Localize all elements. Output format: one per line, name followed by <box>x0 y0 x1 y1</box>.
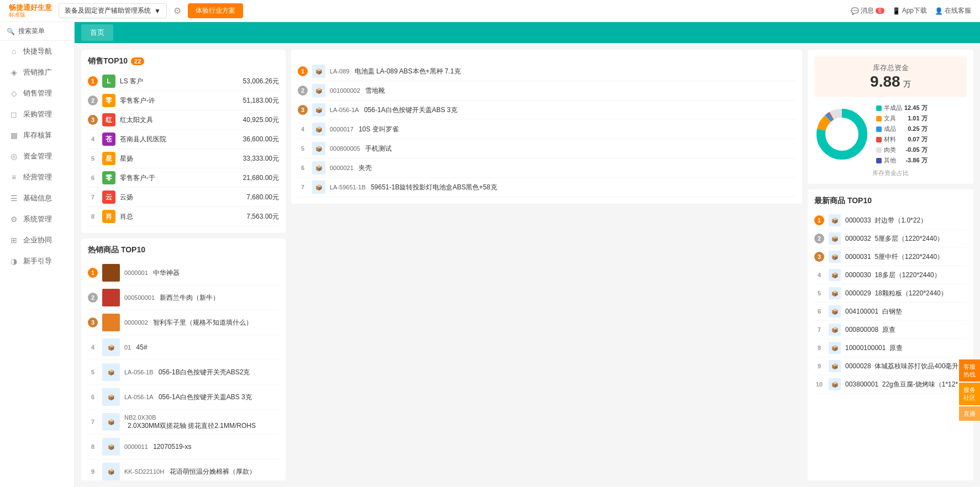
sidebar-item-guide[interactable]: ◑ 新手引导 <box>0 251 74 272</box>
customer-rank-item: 2 零 零售客户-许 51,183.00元 <box>88 91 279 110</box>
customer-name: 红太阳文具 <box>120 115 239 125</box>
new-prod-thumb: 📦 <box>829 378 841 390</box>
legend-value: 0.07 万 <box>908 135 927 144</box>
prod-rank-num: 1 <box>298 66 308 76</box>
new-prod-info: 10000100001 原查 <box>845 343 967 353</box>
product-rank-card: 1 📦 LA-089 电池盖 LA-089 ABS本色+黑种 7.1克 2 📦 … <box>291 50 802 204</box>
sidebar-item-purchase[interactable]: ◻ 采购管理 <box>0 104 74 125</box>
prod-thumb-icon: 📦 <box>315 88 322 94</box>
customer-rank-item: 6 零 零售客户-于 21,680.00元 <box>88 168 279 188</box>
hot-prod-item: 5 📦 LA-056-1B 056-1B白色按键开关壳ABS2克 <box>88 360 279 385</box>
customer-rank-item: 8 肖 肖总 7,563.00元 <box>88 207 279 226</box>
new-prod-info: 004100001 白钢垫 <box>845 307 967 316</box>
page-content: 销售TOP10 22 1 L LS 客户 53,006.26元 2 零 零售客户… <box>75 43 980 487</box>
legend-color <box>876 105 882 111</box>
hot-prod-code: 000500001 <box>124 294 155 301</box>
service-icon: 👤 <box>935 7 943 15</box>
enterprise-icon: ⊞ <box>9 235 19 245</box>
content-area: 首页 销售TOP10 22 1 L LS 客户 53,006.26元 2 零 零… <box>75 22 980 487</box>
hot-prod-placeholder: 📦 <box>102 413 120 431</box>
sidebar-item-inventory[interactable]: ▦ 库存核算 <box>0 125 74 146</box>
new-prod-rank: 4 <box>814 270 824 280</box>
new-prod-item: 3 📦 0000031 5厘中纤（1220*2440） <box>814 248 967 266</box>
logo-version: 标准版 <box>9 12 52 18</box>
sidebar-item-operation[interactable]: ≡ 经营管理 <box>0 167 74 188</box>
finance-icon: ◎ <box>9 151 19 161</box>
tab-home[interactable]: 首页 <box>81 24 113 41</box>
inventory-value: 9.88 <box>870 73 900 90</box>
sidebar-label-marketing: 营销推广 <box>23 67 52 77</box>
prod-name: 10S 变叫罗雀 <box>359 125 399 133</box>
new-prod-item: 8 📦 10000100001 原查 <box>814 339 967 357</box>
sidebar-item-marketing[interactable]: ◈ 营销推广 <box>0 62 74 83</box>
app-download[interactable]: 📱 App下载 <box>892 6 927 15</box>
rank-number: 6 <box>88 173 98 183</box>
new-prod-rank: 1 <box>814 215 824 225</box>
prod-code: 0000017 <box>330 126 354 133</box>
customer-name: 肖总 <box>120 212 242 221</box>
basic-icon: ☰ <box>9 193 19 203</box>
hot-prod-placeholder: 📦 <box>102 338 120 356</box>
legend-value: 1.01 万 <box>908 114 927 123</box>
sidebar-item-sales[interactable]: ◇ 销售管理 <box>0 83 74 104</box>
prod-name: 雪地靴 <box>365 87 385 94</box>
prod-rank-num: 7 <box>298 182 308 192</box>
sidebar-label-finance: 资金管理 <box>23 151 52 161</box>
sidebar: 🔍 搜索菜单 ⌂ 快捷导航 ◈ 营销推广 ◇ 销售管理 ◻ 采购管理 ▦ 库存核… <box>0 22 75 487</box>
product-rank-item: 3 📦 LA-056-1A 056-1A白色按键开关盖ABS 3克 <box>298 100 795 120</box>
new-prod-thumb: 📦 <box>829 342 841 354</box>
customer-avatar: 星 <box>102 152 115 165</box>
product-rank-list: 1 📦 LA-089 电池盖 LA-089 ABS本色+黑种 7.1克 2 📦 … <box>298 62 795 197</box>
new-prod-thumb: 📦 <box>829 269 841 281</box>
sidebar-item-quick-nav[interactable]: ⌂ 快捷导航 <box>0 41 74 62</box>
search-menu[interactable]: 🔍 搜索菜单 <box>0 22 74 41</box>
hot-prod-info: LA-056-1B 056-1B白色按键开关壳ABS2克 <box>124 368 279 377</box>
online-service[interactable]: 👤 在线客服 <box>935 6 971 15</box>
sidebar-item-basic[interactable]: ☰ 基础信息 <box>0 188 74 209</box>
rank-number: 8 <box>88 211 98 221</box>
sidebar-label-basic: 基础信息 <box>23 193 52 203</box>
sidebar-item-system[interactable]: ⚙ 系统管理 <box>0 209 74 230</box>
prod-code: LA-59651-1B <box>330 184 366 190</box>
legend-item: 半成品 12.45 万 <box>876 103 928 113</box>
product-rank-item: 1 📦 LA-089 电池盖 LA-089 ABS本色+黑种 7.1克 <box>298 62 795 81</box>
legend-label: 肉类 <box>884 146 903 154</box>
new-prod-item: 7 📦 000800008 原查 <box>814 321 967 339</box>
hot-rank-num: 2 <box>88 293 98 303</box>
new-prod-rank: 5 <box>814 288 824 298</box>
float-btn-live[interactable]: 直播 <box>959 406 980 421</box>
new-prod-thumb: 📦 <box>829 305 841 317</box>
hot-prod-info: LA-056-1A 056-1A白色按键开关盖ABS 3克 <box>124 393 279 402</box>
system-select[interactable]: 装备及固定资产辅助管理系统 ▼ <box>59 3 167 18</box>
purchase-icon: ◻ <box>9 109 19 119</box>
hot-prod-info: 01 45# <box>124 343 279 351</box>
gear-icon[interactable]: ⚙ <box>173 6 181 16</box>
product-rank-item: 2 📦 001000002 雪地靴 <box>298 81 795 100</box>
new-products-title: 最新商品 TOP10 <box>814 196 967 206</box>
message-area[interactable]: 💬 消息 6 <box>851 6 884 15</box>
sidebar-item-enterprise[interactable]: ⊞ 企业协同 <box>0 230 74 251</box>
phone-icon: 📱 <box>892 7 900 15</box>
prod-thumbnail: 📦 <box>312 84 325 97</box>
hot-prod-info: 000500001 新西兰牛肉（新牛） <box>124 293 279 303</box>
inventory-label: 库存总资金 <box>873 63 909 72</box>
new-prod-thumb: 📦 <box>829 360 841 372</box>
operation-icon: ≡ <box>9 172 19 182</box>
hot-prod-item: 4 📦 01 45# <box>88 335 279 360</box>
logo-name: 畅捷通好生意 <box>9 3 52 12</box>
sidebar-item-finance[interactable]: ◎ 资金管理 <box>0 146 74 167</box>
prod-code: LA-056-1A <box>330 107 359 113</box>
float-btn-community[interactable]: 服务社区 <box>959 383 980 405</box>
sidebar-label-quick-nav: 快捷导航 <box>23 46 52 56</box>
customer-rank-card: 销售TOP10 22 1 L LS 客户 53,006.26元 2 零 零售客户… <box>81 50 286 233</box>
trial-button[interactable]: 体验行业方案 <box>188 3 243 18</box>
hot-prod-item: 6 📦 LA-056-1A 056-1A白色按键开关盖ABS 3克 <box>88 385 279 410</box>
rank-number: 3 <box>88 115 98 125</box>
online-label: 在线客服 <box>945 6 971 15</box>
hot-prod-code: 0000011 <box>124 443 148 450</box>
legend-color <box>876 147 882 153</box>
hot-rank-num: 9 <box>88 467 98 477</box>
customer-avatar: 云 <box>102 190 115 204</box>
float-btn-service[interactable]: 客服热线 <box>959 359 980 382</box>
hot-rank-num: 8 <box>88 442 98 452</box>
